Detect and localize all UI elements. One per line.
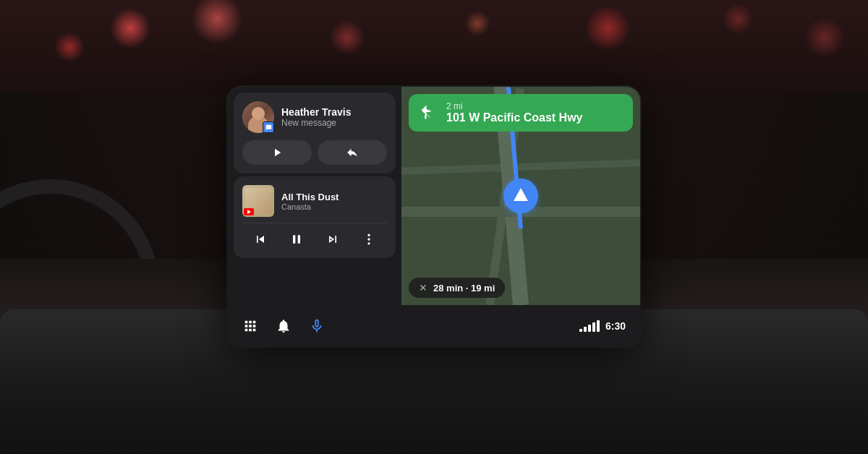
navigation-header: 2 mi 101 W Pacific Coast Hwy — [409, 94, 633, 132]
music-divider — [242, 223, 387, 223]
nav-street: 101 W Pacific Coast Hwy — [446, 111, 583, 124]
turn-direction-icon — [419, 103, 439, 123]
message-label: New message — [281, 118, 352, 128]
song-title: All This Dust — [281, 192, 387, 202]
more-options-button[interactable] — [359, 229, 379, 249]
clock-display: 6:30 — [605, 320, 626, 332]
notification-card: Heather Travis New message — [234, 93, 396, 174]
notification-header: Heather Travis New message — [242, 101, 387, 133]
album-art — [242, 185, 274, 217]
contact-name: Heather Travis — [281, 106, 352, 118]
messages-badge-icon — [263, 121, 274, 133]
svg-point-2 — [367, 242, 370, 244]
artist-name: Canasta — [281, 202, 387, 211]
bokeh-lights — [0, 0, 868, 94]
music-header: All This Dust Canasta — [242, 185, 387, 217]
pause-button[interactable] — [286, 229, 307, 249]
previous-track-button[interactable] — [250, 229, 271, 249]
svg-point-0 — [367, 234, 370, 236]
close-navigation-button[interactable]: ✕ — [419, 282, 427, 294]
signal-strength-icon — [579, 320, 600, 332]
nav-distance: 2 mi — [446, 101, 583, 111]
play-message-button[interactable] — [242, 140, 312, 165]
eta-info: 28 min · 19 mi — [433, 283, 495, 294]
next-track-button[interactable] — [323, 229, 343, 249]
left-panel: Heather Travis New message — [228, 87, 401, 305]
reply-message-button[interactable] — [318, 140, 387, 165]
bottom-icons — [242, 318, 325, 334]
youtube-music-icon — [244, 208, 254, 215]
bottom-right-status: 6:30 — [579, 320, 626, 332]
bottom-bar: 6:30 — [228, 305, 640, 347]
navigation-info: 2 mi 101 W Pacific Coast Hwy — [446, 101, 583, 124]
apps-button[interactable] — [242, 318, 258, 334]
eta-bar: ✕ 28 min · 19 mi — [409, 278, 505, 298]
music-info: All This Dust Canasta — [281, 192, 387, 211]
arrow-icon — [514, 188, 528, 201]
svg-point-1 — [367, 238, 370, 240]
music-card: All This Dust Canasta — [234, 176, 396, 258]
notifications-button[interactable] — [276, 318, 292, 334]
avatar-wrapper — [242, 101, 274, 133]
navigation-arrow — [503, 179, 538, 213]
microphone-button[interactable] — [309, 318, 325, 334]
music-controls — [242, 229, 387, 249]
notification-actions — [242, 140, 387, 165]
notification-text: Heather Travis New message — [281, 106, 352, 128]
android-auto-screen: Heather Travis New message — [228, 87, 640, 347]
map-panel[interactable]: 2 mi 101 W Pacific Coast Hwy ✕ 28 min · … — [401, 87, 640, 305]
